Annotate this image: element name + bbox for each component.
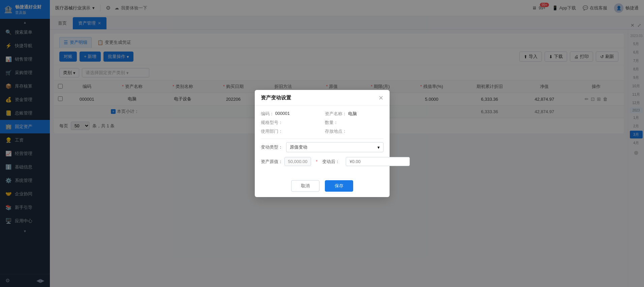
modal-qty-label: 数量： xyxy=(325,120,338,126)
modal-dept-label: 使用部门： xyxy=(261,128,283,134)
modal-header: 资产变动设置 ✕ xyxy=(255,90,390,105)
modal-original-value-display: 50,000.00 xyxy=(284,157,311,166)
modal-spec-item: 规格型号： xyxy=(261,120,319,126)
modal-title: 资产变动设置 xyxy=(261,95,291,101)
modal-name-item: 资产名称： 电脑 xyxy=(325,111,384,117)
modal-code-label: 编码： xyxy=(261,111,274,117)
modal-cancel-btn[interactable]: 取消 xyxy=(291,180,319,192)
modal-cancel-label: 取消 xyxy=(301,183,310,188)
modal-change-type-value: 原值变动 xyxy=(290,144,307,150)
modal-spec-label: 规格型号： xyxy=(261,120,283,126)
asset-change-modal: 资产变动设置 ✕ 编码： 000001 资产名称： 电脑 规格型号： 数量： xyxy=(255,90,390,197)
modal-info-grid: 编码： 000001 资产名称： 电脑 规格型号： 数量： 使用部门： xyxy=(261,111,384,134)
modal-name-value: 电脑 xyxy=(348,111,357,117)
modal-change-type-select[interactable]: 原值变动 ▾ xyxy=(286,142,384,152)
modal-dept-item: 使用部门： xyxy=(261,128,319,134)
modal-body: 编码： 000001 资产名称： 电脑 规格型号： 数量： 使用部门： xyxy=(255,105,390,176)
modal-code-value: 000001 xyxy=(275,111,290,117)
modal-close-btn[interactable]: ✕ xyxy=(378,95,384,101)
modal-save-btn[interactable]: 保存 xyxy=(325,180,353,192)
modal-after-label: 变动后： xyxy=(322,159,342,165)
modal-footer: 取消 保存 xyxy=(255,176,390,197)
change-type-chevron-icon: ▾ xyxy=(377,145,380,150)
modal-original-value-row: 资产原值： 50,000.00 * 变动后： xyxy=(261,157,384,166)
modal-after-input[interactable] xyxy=(346,157,410,166)
modal-location-label: 存放地点： xyxy=(325,128,347,134)
modal-name-label: 资产名称： xyxy=(325,111,347,117)
modal-change-type-label: 变动类型： xyxy=(261,144,283,150)
modal-qty-item: 数量： xyxy=(325,120,384,126)
modal-code-item: 编码： 000001 xyxy=(261,111,319,117)
modal-overlay: 资产变动设置 ✕ 编码： 000001 资产名称： 电脑 规格型号： 数量： xyxy=(0,0,644,287)
modal-save-label: 保存 xyxy=(335,183,343,188)
required-star: * xyxy=(316,159,317,164)
modal-original-value-label: 资产原值： xyxy=(261,159,281,165)
modal-original-value-text: 50,000.00 xyxy=(288,159,308,164)
modal-location-item: 存放地点： xyxy=(325,128,384,134)
modal-change-type-row: 变动类型： 原值变动 ▾ xyxy=(261,142,384,152)
modal-divider xyxy=(261,138,384,139)
